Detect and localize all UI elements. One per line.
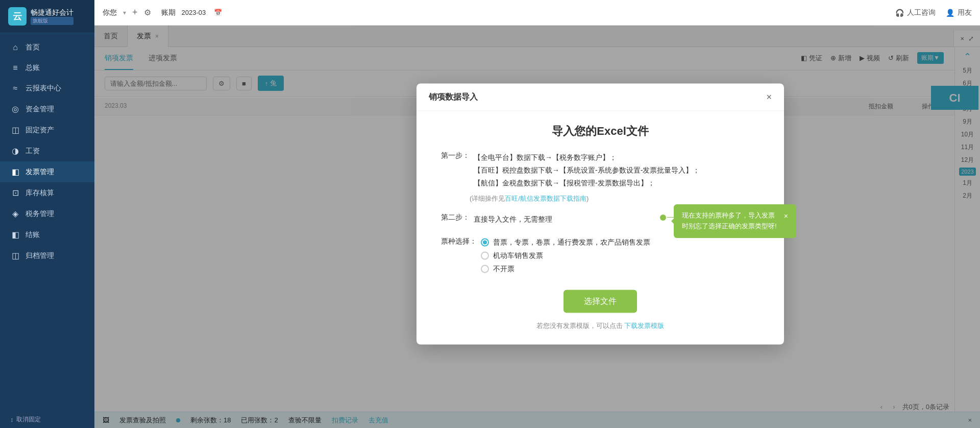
step2-label: 第二步： bbox=[441, 212, 470, 225]
sidebar-logo: 云 畅捷通好会计 旗舰版 bbox=[0, 0, 94, 33]
ticket-type-section: 票种选择： 普票，专票，卷票，通行费发票，农产品销售发票 机动车销售发票 bbox=[441, 233, 760, 277]
sidebar: 云 畅捷通好会计 旗舰版 ⌂ 首页 ≡ 总账 ≈ 云报表中心 ◎ 资金管理 ◫ … bbox=[0, 0, 94, 428]
tooltip-text: 现在支持的票种多了，导入发票时别忘了选择正确的发票类型呀! bbox=[682, 211, 777, 230]
sidebar-item-label: 库存核算 bbox=[26, 188, 54, 198]
modal-title: 销项数据导入 bbox=[429, 92, 478, 103]
radio-3-btn[interactable] bbox=[481, 265, 489, 273]
sidebar-scroll-down[interactable]: ↕ 取消固定 bbox=[0, 411, 94, 428]
sidebar-item-label: 税务管理 bbox=[26, 209, 54, 219]
sidebar-item-invoice[interactable]: ◧ 发票管理 bbox=[0, 161, 94, 182]
sidebar-nav: ⌂ 首页 ≡ 总账 ≈ 云报表中心 ◎ 资金管理 ◫ 固定资产 ◑ 工资 ◧ 发… bbox=[0, 33, 94, 411]
scroll-down-icon: ↕ bbox=[10, 416, 13, 423]
step1: 第一步： 【全电平台】数据下载→【税务数字账户】； 【百旺】税控盘数据下载→【系… bbox=[441, 151, 760, 205]
headset-icon: 🎧 bbox=[895, 9, 904, 17]
select-file-btn[interactable]: 选择文件 bbox=[564, 290, 637, 313]
consult-button[interactable]: 🎧 人工咨询 bbox=[895, 8, 936, 17]
ticket-option-1[interactable]: 普票，专票，卷票，通行费发票，农产品销售发票 bbox=[481, 237, 650, 247]
topbar-right: 🎧 人工咨询 👤 用友 bbox=[895, 8, 972, 17]
asset-icon: ◫ bbox=[10, 125, 20, 135]
modal-close-btn[interactable]: × bbox=[766, 92, 772, 103]
step1-note-end: ) bbox=[586, 194, 589, 202]
tooltip-close-btn[interactable]: × bbox=[784, 210, 788, 222]
step1-label: 第一步： bbox=[441, 151, 470, 190]
topbar: 你您 ▾ + ⚙ 账期 2023-03 📅 🎧 人工咨询 👤 用友 bbox=[94, 0, 980, 26]
step1-note: (详细操作见 bbox=[470, 194, 505, 202]
tax-icon: ◈ bbox=[10, 209, 20, 219]
settings-icon[interactable]: ⚙ bbox=[144, 8, 151, 17]
footer-note: 若您没有发票模版，可以点击 bbox=[536, 321, 623, 329]
archive-icon: ◫ bbox=[10, 251, 20, 260]
sidebar-item-fund[interactable]: ◎ 资金管理 bbox=[0, 99, 94, 120]
tooltip-connector-dot bbox=[660, 215, 666, 221]
user-button[interactable]: 👤 用友 bbox=[946, 8, 972, 17]
company-name[interactable]: 你您 bbox=[103, 8, 117, 17]
sidebar-item-inventory[interactable]: ⊡ 库存核算 bbox=[0, 182, 94, 203]
sidebar-item-label: 结账 bbox=[26, 230, 40, 240]
modal-header: 销项数据导入 × bbox=[416, 84, 784, 111]
sidebar-item-report[interactable]: ≈ 云报表中心 bbox=[0, 78, 94, 99]
sidebar-item-label: 资金管理 bbox=[26, 105, 54, 114]
sidebar-item-tax[interactable]: ◈ 税务管理 bbox=[0, 203, 94, 224]
step1-line1: 【全电平台】数据下载→【税务数字账户】； bbox=[474, 151, 700, 164]
period-value: 2023-03 bbox=[182, 9, 206, 16]
sidebar-item-label: 首页 bbox=[26, 43, 40, 52]
radio-2-btn[interactable] bbox=[481, 251, 489, 259]
ticket-label-1: 普票，专票，卷票，通行费发票，农产品销售发票 bbox=[493, 237, 650, 247]
company-dropdown-icon[interactable]: ▾ bbox=[123, 9, 126, 16]
fund-icon: ◎ bbox=[10, 104, 20, 114]
home-icon: ⌂ bbox=[10, 43, 20, 52]
ledger-icon: ≡ bbox=[10, 63, 20, 73]
add-tab-button[interactable]: + bbox=[132, 7, 138, 18]
step1-note-row: (详细操作见百旺/航信发票数据下载指南) bbox=[441, 192, 760, 204]
sidebar-item-label: 固定资产 bbox=[26, 126, 54, 135]
sidebar-item-wage[interactable]: ◑ 工资 bbox=[0, 140, 94, 161]
radio-1-btn[interactable] bbox=[481, 238, 489, 246]
sidebar-item-label: 归档管理 bbox=[26, 251, 54, 260]
wage-icon: ◑ bbox=[10, 146, 20, 156]
step2-content: 直接导入文件，无需整理 bbox=[474, 212, 552, 225]
sidebar-item-close[interactable]: ◧ 结账 bbox=[0, 224, 94, 245]
invoice-icon: ◧ bbox=[10, 167, 20, 177]
cancel-pin-label: 取消固定 bbox=[16, 415, 41, 424]
close-accounts-icon: ◧ bbox=[10, 230, 20, 240]
ticket-label-3: 不开票 bbox=[493, 264, 514, 273]
radio-1-dot bbox=[483, 240, 487, 244]
period-label: 账期 bbox=[161, 8, 176, 17]
app-name: 畅捷通好会计 bbox=[31, 8, 74, 17]
modal-footer: 若您没有发票模版，可以点击 下载发票模版 bbox=[441, 321, 760, 330]
step1-line3: 【航信】金税盘数据下载→【报税管理-发票数据导出】； bbox=[474, 177, 700, 189]
sidebar-item-asset[interactable]: ◫ 固定资产 bbox=[0, 120, 94, 140]
sidebar-item-archive[interactable]: ◫ 归档管理 bbox=[0, 245, 94, 266]
modal-main-title: 导入您的Excel文件 bbox=[441, 124, 760, 139]
sidebar-item-label: 总账 bbox=[26, 63, 40, 73]
step1-link[interactable]: 百旺/航信发票数据下载指南 bbox=[505, 194, 586, 202]
calendar-icon[interactable]: 📅 bbox=[214, 9, 222, 16]
ticket-option-3[interactable]: 不开票 bbox=[481, 264, 650, 273]
step1-line2: 【百旺】税控盘数据下载→【系统设置-系统参数设置-发票批量导入】； bbox=[474, 164, 700, 177]
report-icon: ≈ bbox=[10, 84, 20, 93]
download-template-link[interactable]: 下载发票模版 bbox=[624, 321, 664, 329]
app-badge: 旗舰版 bbox=[31, 17, 74, 25]
user-label: 用友 bbox=[958, 8, 972, 17]
app-logo-icon: 云 bbox=[8, 7, 27, 26]
consult-label: 人工咨询 bbox=[907, 8, 936, 17]
sidebar-item-label: 工资 bbox=[26, 147, 40, 156]
sidebar-item-home[interactable]: ⌂ 首页 bbox=[0, 37, 94, 58]
tooltip-bubble: × 现在支持的票种多了，导入发票时别忘了选择正确的发票类型呀! bbox=[674, 204, 796, 238]
user-icon: 👤 bbox=[946, 9, 954, 17]
ticket-label: 票种选择： bbox=[441, 233, 477, 246]
ticket-option-2[interactable]: 机动车销售发票 bbox=[481, 251, 650, 260]
inventory-icon: ⊡ bbox=[10, 188, 20, 198]
sidebar-item-label: 云报表中心 bbox=[26, 84, 61, 93]
sidebar-item-label: 发票管理 bbox=[26, 168, 54, 177]
ticket-label-2: 机动车销售发票 bbox=[493, 251, 543, 260]
step1-content: 【全电平台】数据下载→【税务数字账户】； 【百旺】税控盘数据下载→【系统设置-系… bbox=[474, 151, 700, 190]
sidebar-item-ledger[interactable]: ≡ 总账 bbox=[0, 58, 94, 78]
